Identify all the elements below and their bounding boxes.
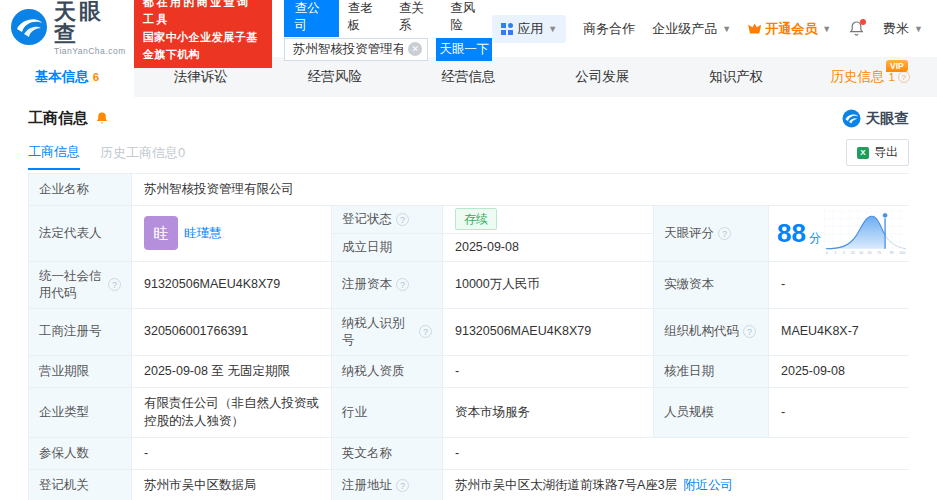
watermark-text: 天眼查 [866, 109, 910, 128]
export-button[interactable]: X 导出 [846, 139, 909, 166]
menu-enterprise-products[interactable]: 企业级产品 ▼ [652, 20, 731, 38]
crown-icon [748, 24, 761, 34]
chevron-down-icon: ▼ [548, 24, 557, 34]
help-icon[interactable]: ? [396, 213, 409, 226]
taxpayer-quality-label: 纳税人资质 [332, 356, 442, 387]
user-menu[interactable]: 费米 ▼ [883, 20, 923, 38]
insured-count-label: 参保人数 [29, 438, 131, 469]
taxpayer-id-value: 91320506MAEU4K8X79 [443, 309, 653, 355]
table-row: 营业期限 2025-09-08 至 无固定期限 纳税人资质 - 核准日期 202… [29, 356, 908, 387]
tab-legal-label: 法律诉讼 [174, 68, 228, 86]
svg-text:0: 0 [826, 251, 828, 255]
credit-code-label-text: 统一社会信用代码 [39, 268, 104, 302]
export-label: 导出 [874, 144, 898, 161]
tab-company-development[interactable]: 公司发展 [535, 57, 669, 97]
paid-capital-value: - [769, 262, 910, 308]
tianyan-score-label: 天眼评分 ? [654, 206, 768, 261]
reg-authority-label: 登记机关 [29, 470, 131, 500]
tab-operation-info[interactable]: 经营信息 [402, 57, 536, 97]
english-name-value: - [443, 438, 910, 469]
help-icon[interactable]: ? [718, 227, 731, 240]
org-code-label: 组织机构代码 ? [654, 309, 768, 355]
menu-vip-label: 开通会员 [765, 20, 817, 38]
tianyancha-logo-icon [10, 8, 48, 50]
search-tab-boss[interactable]: 查老板 [339, 0, 390, 37]
table-row: 法定代表人 眭 眭瑾慧 登记状态 ? 存续 天眼评分 ? 88 [29, 206, 908, 261]
tianyancha-logo[interactable]: 天眼查 TianYanCha.com [10, 1, 126, 56]
reg-status-label: 登记状态 ? [332, 206, 442, 233]
score-distribution-chart: 0 1 5 25 50 65 75 95 100 [824, 210, 908, 256]
business-info-card: 工商信息 天眼查 工商信息 历史工商信息0 X 导出 [0, 100, 937, 500]
brand-domain: TianYanCha.com [54, 47, 126, 56]
apps-grid-icon [501, 23, 513, 35]
tianyan-score-label-text: 天眼评分 [664, 225, 714, 242]
watermark-logo-icon [842, 109, 861, 128]
notifications-bell[interactable] [848, 20, 866, 38]
tab-legal-litigation[interactable]: 法律诉讼 [134, 57, 268, 97]
tab-basic-info-count: 6 [93, 71, 99, 83]
excel-icon: X [857, 147, 869, 159]
notification-dot [860, 19, 866, 25]
subtab-history-business-info[interactable]: 历史工商信息0 [100, 144, 185, 162]
nearby-companies-link[interactable]: 附近公司 [683, 476, 733, 495]
reg-address-text: 苏州市吴中区太湖街道前珠路7号A座3层 [455, 476, 677, 495]
menu-open-vip[interactable]: 开通会员 ▼ [748, 20, 831, 38]
search-tabs: 查公司 查老板 查关系 查风险 [284, 0, 493, 37]
tab-intellectual-property[interactable]: 知识产权 [669, 57, 803, 97]
search-tab-risk[interactable]: 查风险 [441, 0, 492, 37]
search-tab-relation[interactable]: 查关系 [390, 0, 441, 37]
reg-capital-label-text: 注册资本 [342, 276, 392, 293]
menu-enterprise-label: 企业级产品 [652, 20, 717, 38]
reg-address-value: 苏州市吴中区太湖街道前珠路7号A座3层 附近公司 [443, 470, 910, 500]
industry-value: 资本市场服务 [443, 388, 653, 438]
business-term-label: 营业期限 [29, 356, 131, 387]
help-icon[interactable]: ? [419, 325, 432, 338]
help-icon[interactable]: ? [396, 278, 409, 291]
menu-business-label: 商务合作 [583, 20, 635, 38]
table-row: 登记机关 苏州市吴中区数据局 注册地址 ? 苏州市吴中区太湖街道前珠路7号A座3… [29, 470, 908, 500]
taxpayer-quality-value: - [443, 356, 653, 387]
approval-date-label: 核准日期 [654, 356, 768, 387]
table-row: 参保人数 - 英文名称 - [29, 438, 908, 469]
subtab-business-info[interactable]: 工商信息 [28, 143, 80, 163]
svg-text:75: 75 [877, 251, 881, 255]
help-icon[interactable]: ? [898, 71, 910, 83]
english-name-label: 英文名称 [332, 438, 442, 469]
menu-business-cooperation[interactable]: 商务合作 [583, 20, 635, 38]
tab-operation-risk[interactable]: 经营风险 [268, 57, 402, 97]
status-badge: 存续 [455, 208, 497, 230]
help-icon[interactable]: ? [743, 325, 756, 338]
menu-apps[interactable]: 应用 ▼ [492, 15, 566, 43]
chevron-down-icon: ▼ [914, 24, 923, 34]
subscribe-bell-icon[interactable] [95, 111, 109, 126]
chevron-down-icon: ▼ [722, 24, 731, 34]
section-title: 工商信息 [28, 109, 88, 128]
tab-basic-info-label: 基本信息 [35, 68, 89, 86]
table-row: 统一社会信用代码 ? 91320506MAEU4K8X79 注册资本 ? 100… [29, 262, 908, 308]
tianyancha-company-page: 天眼查 TianYanCha.com 都在用的商业查询工具 国家中小企业发展子基… [0, 0, 937, 500]
brand-name: 天眼查 [54, 1, 126, 45]
approval-date-value: 2025-09-08 [769, 356, 910, 387]
header-menu: 应用 ▼ 商务合作 企业级产品 ▼ 开通会员 ▼ [492, 15, 923, 43]
taxpayer-id-label-text: 纳税人识别号 [342, 315, 415, 349]
tab-history-label: 历史信息 [830, 68, 884, 86]
legal-rep-name-link[interactable]: 眭瑾慧 [184, 224, 222, 243]
promo-slogan-line1: 都在用的商业查询工具 [143, 0, 263, 29]
insured-count-value: - [132, 438, 331, 469]
score-unit: 分 [809, 230, 821, 247]
clear-search-icon[interactable]: ✕ [408, 42, 422, 56]
business-term-value: 2025-09-08 至 无固定期限 [132, 356, 331, 387]
tab-history-info[interactable]: VIP 历史信息 1 ? [803, 57, 937, 97]
establish-date-value: 2025-09-08 [443, 234, 653, 261]
tianyan-score-value: 88 分 [769, 206, 910, 261]
credit-code-label: 统一社会信用代码 ? [29, 262, 131, 308]
reg-number-label: 工商注册号 [29, 309, 131, 355]
legal-rep-value: 眭 眭瑾慧 [132, 206, 331, 261]
user-name: 费米 [883, 20, 909, 38]
search-tab-company[interactable]: 查公司 [284, 0, 339, 37]
tab-basic-info[interactable]: 基本信息 6 [0, 57, 134, 97]
svg-text:100: 100 [899, 251, 905, 255]
svg-text:5: 5 [843, 251, 845, 255]
help-icon[interactable]: ? [396, 479, 409, 492]
help-icon[interactable]: ? [108, 278, 121, 291]
